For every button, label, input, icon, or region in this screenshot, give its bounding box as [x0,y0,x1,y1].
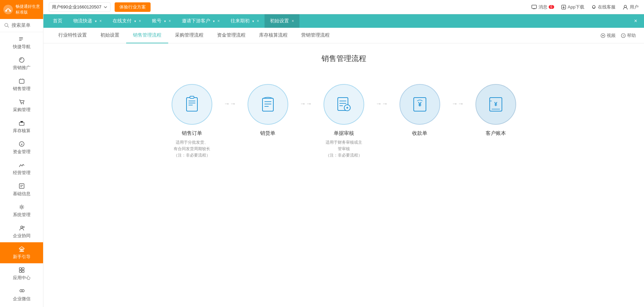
close-tab-icon[interactable]: × [139,19,141,23]
svg-point-0 [3,5,13,14]
nav-tab-邀请下游客户[interactable]: 邀请下游客户▾× [176,14,225,28]
sub-tab-资金管理流程[interactable]: 资金管理流程 [210,28,252,43]
svg-rect-23 [19,270,21,272]
svg-rect-22 [22,268,24,270]
review-icon [334,95,353,114]
sidebar-item-vip[interactable]: 畅会员 [0,305,43,307]
svg-rect-40 [262,98,273,111]
sub-tab-采购管理流程[interactable]: 采购管理流程 [168,28,210,43]
sidebar-item-label-sales: 销售管理 [13,86,31,92]
sub-tab-初始设置[interactable]: 初始设置 [94,28,126,43]
sidebar-item-quick-nav[interactable]: 快捷导航 [0,32,43,53]
sub-tabs-right: 视频 ? 帮助 [601,33,636,39]
nav-tab-在线支付[interactable]: 在线支付▾× [107,14,147,28]
flow-step-review: 单据审核 适用于财务审核或主管审核（注：非必要流程） [313,84,374,159]
nav-tab-往来期初[interactable]: 往来期初▾× [225,14,265,28]
sidebar-item-sales[interactable]: 销售管理 [0,74,43,95]
sidebar-item-weixin[interactable]: 企业微信 [0,284,43,305]
topbar: 用户690企业1660120507 体验行业方案 消息 6 App下载 在线客服… [43,0,644,14]
sidebar-item-label-system: 系统管理 [13,212,31,218]
step-name-account: 客户账本 [486,130,506,137]
nav-tabs-list: 首页物流快递▾×在线支付▾×账号▾×邀请下游客户▾×往来期初▾×初始设置× [47,14,299,28]
message-badge: 6 [549,5,554,9]
step-desc-review: 适用于财务审核或主管审核（注：非必要流程） [326,139,362,159]
help-link[interactable]: ? 帮助 [621,33,636,39]
step-name-sales-order: 销售订单 [182,130,202,137]
close-tab-icon[interactable]: × [257,19,259,23]
main-area: 用户690企业1660120507 体验行业方案 消息 6 App下载 在线客服… [43,0,644,307]
trial-button[interactable]: 体验行业方案 [115,2,151,12]
nav-tabs: 首页物流快递▾×在线支付▾×账号▾×邀请下游客户▾×往来期初▾×初始设置× × [43,14,644,28]
chevron-down-icon: ▾ [95,19,97,23]
chevron-down-icon: ▾ [213,19,215,23]
app-download-button[interactable]: App下载 [561,4,584,10]
online-service-button[interactable]: 在线客服 [591,4,616,10]
arrow-2: →→ [298,100,313,107]
close-tab-icon[interactable]: × [169,19,171,23]
flow-circle-receipt[interactable]: ¥ [399,84,440,125]
sidebar-item-basic-info[interactable]: 基础信息 [0,179,43,200]
svg-text:¥: ¥ [20,143,23,146]
close-tab-icon[interactable]: × [99,19,102,23]
sidebar-item-inventory[interactable]: 库存核算 [0,116,43,137]
nav-tab-初始设置[interactable]: 初始设置× [265,14,299,28]
sidebar-item-operations[interactable]: 经营管理 [0,158,43,179]
finance-icon: ¥ [18,141,25,147]
nav-tab-账号[interactable]: 账号▾× [147,14,176,28]
nav-tab-物流快递[interactable]: 物流快递▾× [68,14,107,28]
sidebar-item-app-center[interactable]: 应用中心 [0,263,43,284]
nav-tab-首页[interactable]: 首页 [47,14,68,28]
sidebar-item-label-operations: 经营管理 [13,170,31,176]
svg-rect-9 [19,122,24,125]
user-label: 用户690企业1660120507 [52,4,101,10]
sub-tab-行业特性设置[interactable]: 行业特性设置 [52,28,94,43]
close-tab-icon[interactable]: × [292,19,294,23]
nav-tab-label: 物流快递 [73,18,92,24]
search-icon [4,23,9,28]
user-select[interactable]: 用户690企业1660120507 [49,2,111,12]
flow-circle-invoice[interactable] [248,84,288,125]
sidebar-item-purchase[interactable]: 采购管理 [0,95,43,116]
svg-rect-19 [22,249,23,251]
svg-text:¥: ¥ [494,101,497,107]
close-tab-icon[interactable]: × [217,19,220,23]
nav-tab-label: 账号 [152,18,161,24]
topbar-right: 消息 6 App下载 在线客服 用户 [531,4,639,10]
video-link[interactable]: 视频 [601,33,616,39]
sidebar-search[interactable]: 搜索菜单 [0,19,43,32]
sidebar-item-system[interactable]: 系统管理 [0,200,43,221]
flow-circle-account[interactable]: ¥ [475,84,516,125]
message-button[interactable]: 消息 6 [531,4,554,10]
page-title: 销售管理流程 [57,54,630,64]
operations-icon [18,162,25,168]
svg-line-4 [7,26,9,27]
sidebar-item-guide[interactable]: 新手引导 [0,242,43,263]
sub-tabs-list: 行业特性设置初始设置销售管理流程采购管理流程资金管理流程库存核算流程营销管理流程 [52,28,336,43]
sub-tab-库存核算流程[interactable]: 库存核算流程 [252,28,294,43]
svg-point-15 [21,206,23,208]
sidebar-item-label-marketing: 营销推广 [13,65,31,71]
sidebar-items: 快捷导航 营销推广 销售管理 采购管理 库存核算 ¥ 资金管理 经营管理 基础信… [0,32,43,307]
svg-point-1 [5,10,7,12]
basic-info-icon [18,183,25,189]
sub-tab-营销管理流程[interactable]: 营销管理流程 [294,28,336,43]
enterprise-icon [18,225,25,231]
headset-icon [591,4,597,10]
sales-icon [18,78,25,84]
sidebar-item-label-enterprise: 企业协同 [13,233,31,239]
flow-circle-review[interactable] [324,84,364,125]
chevron-down-icon: ▾ [134,19,136,23]
user-menu[interactable]: 用户 [622,4,639,10]
svg-rect-12 [19,184,24,188]
sales-order-icon [182,95,201,114]
sidebar-item-finance[interactable]: ¥ 资金管理 [0,137,43,158]
sidebar-item-marketing[interactable]: 营销推广 [0,53,43,74]
purchase-icon [18,99,25,105]
close-all-tabs[interactable]: × [631,18,640,24]
sub-tab-销售管理流程[interactable]: 销售管理流程 [126,28,168,43]
video-icon [601,33,605,38]
sidebar-item-enterprise[interactable]: 企业协同 [0,221,43,242]
flow-circle-sales-order[interactable] [172,84,212,125]
invoice-icon [258,95,277,114]
svg-rect-35 [187,98,197,111]
